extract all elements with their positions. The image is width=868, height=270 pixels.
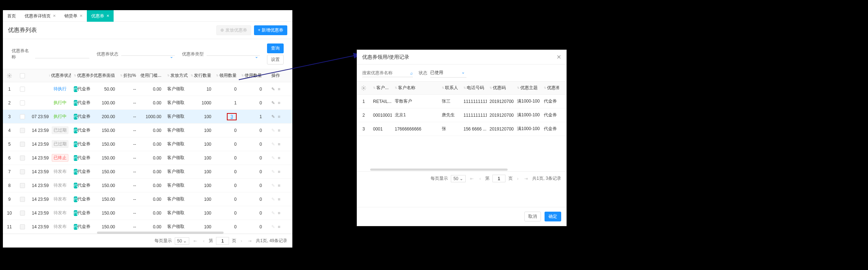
- tab-coupon[interactable]: 优惠券✕: [87, 10, 114, 22]
- qr-icon[interactable]: ⌗: [278, 224, 280, 229]
- row-issued: 100: [189, 224, 214, 229]
- phone-column[interactable]: ⇅电话号码: [461, 85, 487, 91]
- table-row[interactable]: 514 23:59已过期代 代金券150.00--0.00客户领取10000✎⌗: [3, 137, 292, 151]
- tab-home[interactable]: 首页: [3, 10, 20, 22]
- confirm-button[interactable]: 确定: [545, 212, 561, 221]
- type-column[interactable]: ⇅优惠券类型: [71, 72, 93, 79]
- qr-icon[interactable]: ⌗: [278, 211, 280, 216]
- table-row[interactable]: 2执行中代 代金券100.00--0.00客户领取100010✎⌗: [3, 96, 292, 110]
- row-checkbox[interactable]: [20, 142, 25, 147]
- subject-column[interactable]: ⇅优惠主题: [514, 85, 541, 91]
- code-column[interactable]: ⇅优惠码: [487, 85, 514, 91]
- row-checkbox[interactable]: [20, 128, 25, 133]
- name-column[interactable]: ⇅客户名称: [392, 85, 439, 91]
- last-page-icon[interactable]: ⇥: [523, 176, 529, 181]
- qr-icon[interactable]: ⌗: [278, 142, 280, 147]
- row-checkbox[interactable]: [20, 114, 25, 119]
- row-checkbox[interactable]: [20, 87, 25, 92]
- scroll-thumb[interactable]: [97, 232, 224, 234]
- checkbox-column[interactable]: [16, 73, 29, 78]
- qr-icon[interactable]: ⌗: [278, 183, 280, 188]
- table-row[interactable]: 307 23:59执行中代 代金券200.00--1000.00客户领取1003…: [3, 110, 292, 124]
- close-icon[interactable]: ✕: [80, 10, 82, 22]
- gear-column[interactable]: [3, 73, 16, 78]
- h-scrollbar[interactable]: [3, 232, 292, 234]
- cust-column[interactable]: ⇅客户...: [370, 85, 392, 91]
- add-coupon-button[interactable]: + 新增优惠券: [254, 25, 287, 35]
- received-link[interactable]: 3: [227, 113, 237, 120]
- issued-column[interactable]: ⇅发行数量: [189, 72, 214, 79]
- table-header: ⇅优惠券状态 ⇅优惠券类型 ⇅优惠券面值 ⇅折扣% ⇅使用门槛... ⇅发放方式…: [3, 69, 292, 82]
- edit-icon[interactable]: ✎: [271, 114, 275, 119]
- edit-icon[interactable]: ✎: [271, 100, 275, 105]
- row-method: 客户领取: [164, 141, 189, 147]
- used-column[interactable]: ⇅使用数量: [240, 72, 265, 79]
- row-checkbox[interactable]: [20, 211, 25, 216]
- next-page-icon[interactable]: ›: [516, 176, 520, 181]
- contact-column[interactable]: ⇅联系人: [439, 85, 461, 91]
- table-row[interactable]: 614 23:59已终止代 代金券150.00--0.00客户领取10000✎⌗: [3, 151, 292, 165]
- status-select[interactable]: ⌄: [121, 53, 174, 56]
- table-row[interactable]: 1RETAIL...零散客户张三111111111112019120700...…: [357, 95, 566, 108]
- type-column[interactable]: ⇅优惠券类: [541, 85, 559, 91]
- query-button[interactable]: 查询: [267, 43, 284, 53]
- status-column[interactable]: ⇅优惠券状态: [49, 72, 71, 79]
- close-icon[interactable]: ✕: [53, 10, 56, 22]
- qr-icon[interactable]: ⌗: [278, 100, 280, 105]
- qr-icon[interactable]: ⌗: [278, 155, 280, 161]
- last-page-icon[interactable]: ⇥: [246, 238, 253, 244]
- status-select[interactable]: 已使用⌄: [430, 68, 466, 78]
- qr-icon[interactable]: ⌗: [278, 197, 280, 202]
- qr-icon[interactable]: ⌗: [278, 114, 280, 119]
- discount-column[interactable]: ⇅折扣%: [118, 72, 139, 79]
- method-column[interactable]: ⇅发放方式: [164, 72, 189, 79]
- threshold-column[interactable]: ⇅使用门槛...: [139, 72, 164, 79]
- h-scrollbar[interactable]: [357, 169, 566, 171]
- qr-icon[interactable]: ⌗: [278, 128, 280, 133]
- edit-icon[interactable]: ✎: [271, 87, 275, 92]
- row-checkbox[interactable]: [20, 183, 25, 188]
- received-column[interactable]: ⇅领用数量: [214, 72, 240, 79]
- close-icon[interactable]: ✕: [106, 10, 109, 22]
- status-badge: 待发布: [53, 182, 67, 189]
- per-page-select[interactable]: 50 ⌄: [451, 175, 466, 182]
- qr-icon[interactable]: ⌗: [278, 169, 280, 174]
- table-row[interactable]: 414 23:59已过期代 代金券150.00--0.00客户领取10000✎⌗: [3, 124, 292, 137]
- table-row[interactable]: 200010001北京1唐先生111111111112019120700...满…: [357, 108, 566, 122]
- table-row[interactable]: 3000117666666666张156 6666 ...2019120700.…: [357, 122, 566, 136]
- prev-page-icon[interactable]: ‹: [202, 238, 206, 244]
- table-row[interactable]: 914 23:59待发布代 代金券150.00--0.00客户领取10000✎⌗: [3, 192, 292, 206]
- scroll-thumb[interactable]: [370, 169, 508, 171]
- coupon-name-input[interactable]: [35, 50, 89, 58]
- issue-coupon-button[interactable]: ⊕发放优惠券: [216, 25, 251, 35]
- qr-icon[interactable]: ⌗: [278, 87, 280, 92]
- settings-button[interactable]: 设置: [267, 55, 284, 65]
- first-page-icon[interactable]: ⇤: [469, 176, 475, 181]
- face-column[interactable]: ⇅优惠券面值: [93, 72, 118, 79]
- op-column: 操作: [265, 72, 287, 79]
- page-number-input[interactable]: [216, 237, 229, 245]
- next-page-icon[interactable]: ›: [239, 238, 244, 244]
- row-checkbox[interactable]: [20, 100, 25, 105]
- select-all-checkbox[interactable]: [20, 73, 25, 78]
- cancel-button[interactable]: 取消: [524, 212, 541, 221]
- type-select[interactable]: ⌄: [207, 53, 260, 56]
- row-checkbox[interactable]: [20, 155, 25, 161]
- page-number-input[interactable]: [492, 175, 505, 182]
- per-page-select[interactable]: 50 ⌄: [175, 237, 190, 245]
- row-checkbox[interactable]: [20, 169, 25, 174]
- row-checkbox[interactable]: [20, 197, 25, 202]
- first-page-icon[interactable]: ⇤: [192, 238, 199, 244]
- close-icon[interactable]: ✕: [556, 54, 561, 61]
- search-icon[interactable]: ⌕: [410, 71, 413, 76]
- gear-column[interactable]: [357, 86, 370, 91]
- table-row[interactable]: 814 23:59待发布代 代金券150.00--0.00客户领取10000✎⌗: [3, 179, 292, 192]
- row-checkbox[interactable]: [20, 224, 25, 229]
- table-row[interactable]: 1014 23:59待发布代 代金券150.00--0.00客户领取10000✎…: [3, 206, 292, 220]
- table-row[interactable]: 1待执行代 代金券50.00--0.00客户领取1000✎⌗: [3, 82, 292, 96]
- search-input[interactable]: [362, 69, 413, 77]
- tab-sales-order[interactable]: 销货单✕: [60, 10, 87, 22]
- table-row[interactable]: 714 23:59待发布代 代金券150.00--0.00客户领取10000✎⌗: [3, 165, 292, 179]
- prev-page-icon[interactable]: ‹: [478, 176, 482, 181]
- tab-coupon-detail[interactable]: 优惠券详情页✕: [20, 10, 60, 22]
